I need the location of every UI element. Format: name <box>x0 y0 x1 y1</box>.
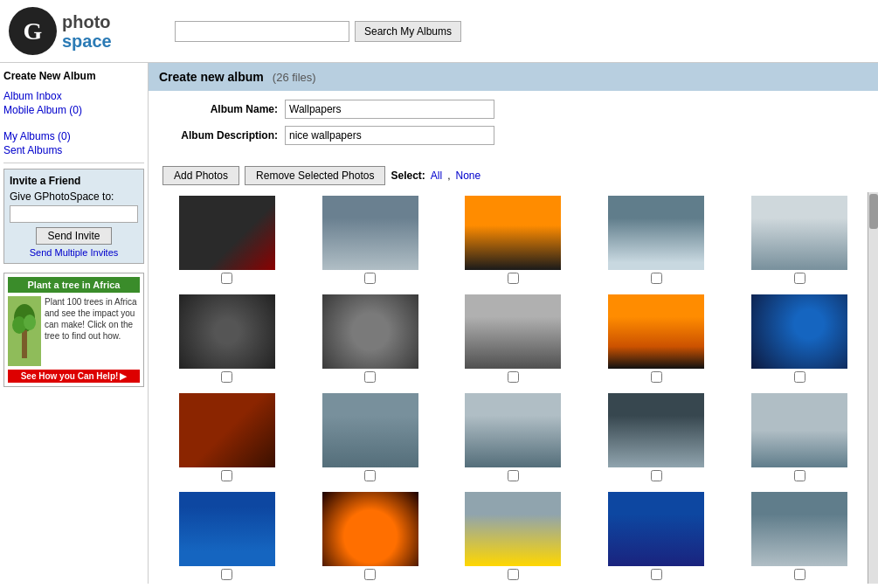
logo-space: space <box>62 31 112 51</box>
send-invite-button[interactable]: Send Invite <box>36 227 111 245</box>
form-row-name: Album Name: <box>162 100 864 119</box>
photo-checkbox-10[interactable] <box>794 371 805 383</box>
photo-cell-16 <box>157 488 297 584</box>
photo-grid <box>149 192 878 584</box>
photo-thumb-17[interactable] <box>322 492 418 566</box>
photo-checkbox-1[interactable] <box>221 273 232 284</box>
scrollbar-thumb[interactable] <box>869 194 878 229</box>
photo-checkbox-2[interactable] <box>364 273 376 284</box>
ad-tree-image[interactable] <box>8 296 41 366</box>
photo-thumb-15[interactable] <box>751 393 847 467</box>
photo-thumb-5[interactable] <box>751 196 847 270</box>
select-none-link[interactable]: None <box>456 169 481 182</box>
photo-checkbox-3[interactable] <box>508 273 519 284</box>
album-name-input[interactable] <box>285 100 494 119</box>
main-content: Create new album (26 files) Album Name: … <box>149 63 878 584</box>
photo-cell-8 <box>444 291 584 386</box>
photo-thumb-18[interactable] <box>465 492 561 566</box>
sidebar-link-mobile-album[interactable]: Mobile Album (0) <box>3 103 144 117</box>
photo-cell-7 <box>301 291 440 386</box>
select-label: Select: <box>391 169 425 182</box>
ad-box[interactable]: Plant a tree in Africa Plant 100 trees i… <box>3 273 144 387</box>
photo-checkbox-6[interactable] <box>221 371 232 383</box>
search-input[interactable] <box>175 21 349 42</box>
photo-checkbox-15[interactable] <box>794 470 805 481</box>
invite-label: Give GPhotoSpace to: <box>10 190 138 203</box>
logo: G photo space <box>9 7 157 55</box>
tree-icon <box>10 301 38 362</box>
photo-cell-5 <box>729 192 869 287</box>
ad-content: Plant 100 trees in Africa and see the im… <box>8 296 140 366</box>
photo-checkbox-9[interactable] <box>651 371 662 383</box>
photo-cell-15 <box>729 390 869 485</box>
photo-checkbox-16[interactable] <box>221 569 232 580</box>
svg-rect-1 <box>22 330 27 358</box>
select-all-link[interactable]: All <box>431 169 442 182</box>
photo-thumb-8[interactable] <box>465 294 561 369</box>
photo-thumb-10[interactable] <box>751 294 847 369</box>
sidebar-link-my-albums[interactable]: My Albums (0) <box>3 129 144 143</box>
photo-cell-3 <box>444 192 584 287</box>
add-photos-button[interactable]: Add Photos <box>162 166 239 185</box>
album-form: Album Name: Album Description: <box>149 91 878 161</box>
photo-checkbox-8[interactable] <box>508 371 519 383</box>
photo-checkbox-5[interactable] <box>794 273 805 284</box>
photo-thumb-3[interactable] <box>465 196 561 270</box>
sidebar-divider <box>3 163 144 163</box>
album-header: Create new album (26 files) <box>149 63 878 91</box>
sidebar-link-sent-albums[interactable]: Sent Albums <box>3 143 144 157</box>
ad-footer[interactable]: See How you Can Help! ▶ <box>8 370 140 383</box>
photo-checkbox-20[interactable] <box>794 569 805 580</box>
photo-cell-14 <box>586 390 726 485</box>
album-desc-label: Album Description: <box>162 129 285 142</box>
photo-grid-wrapper <box>149 192 878 584</box>
search-button[interactable]: Search My Albums <box>355 21 461 42</box>
photo-thumb-19[interactable] <box>608 492 704 566</box>
album-name-label: Album Name: <box>162 103 285 115</box>
photo-checkbox-7[interactable] <box>364 371 376 383</box>
photo-thumb-14[interactable] <box>608 393 704 467</box>
photo-checkbox-18[interactable] <box>508 569 519 580</box>
select-separator: , <box>447 169 450 182</box>
sidebar-link-album-inbox[interactable]: Album Inbox <box>3 89 144 103</box>
photo-thumb-7[interactable] <box>322 294 418 369</box>
sidebar: Create New Album Album Inbox Mobile Albu… <box>0 63 149 584</box>
invite-title: Invite a Friend <box>10 175 138 187</box>
photo-cell-9 <box>586 291 726 386</box>
send-multiple-invites-link[interactable]: Send Multiple Invites <box>10 247 138 258</box>
photo-thumb-6[interactable] <box>179 294 275 369</box>
photo-thumb-20[interactable] <box>751 492 847 566</box>
ad-footer-text: See How you Can Help! <box>21 371 119 381</box>
photo-thumb-11[interactable] <box>179 393 275 467</box>
ad-text: Plant 100 trees in Africa and see the im… <box>45 296 140 366</box>
ad-title: Plant a tree in Africa <box>8 277 140 293</box>
photo-cell-4 <box>586 192 726 287</box>
photo-checkbox-13[interactable] <box>508 470 519 481</box>
photo-checkbox-19[interactable] <box>651 569 662 580</box>
photo-thumb-12[interactable] <box>322 393 418 467</box>
photo-checkbox-14[interactable] <box>651 470 662 481</box>
logo-text: photo space <box>62 12 112 51</box>
photo-thumb-4[interactable] <box>608 196 704 270</box>
photo-thumb-1[interactable] <box>179 196 275 270</box>
layout: Create New Album Album Inbox Mobile Albu… <box>0 63 878 584</box>
photo-thumb-16[interactable] <box>179 492 275 566</box>
photo-thumb-9[interactable] <box>608 294 704 369</box>
logo-letter: G <box>24 17 43 45</box>
photo-checkbox-17[interactable] <box>364 569 376 580</box>
photo-cell-6 <box>157 291 297 386</box>
photo-checkbox-11[interactable] <box>221 470 232 481</box>
photo-cell-1 <box>157 192 297 287</box>
search-area: Search My Albums <box>175 21 461 42</box>
photo-cell-18 <box>444 488 584 584</box>
invite-input[interactable] <box>10 205 138 223</box>
remove-selected-button[interactable]: Remove Selected Photos <box>245 166 385 185</box>
album-desc-input[interactable] <box>285 126 494 145</box>
photo-checkbox-4[interactable] <box>651 273 662 284</box>
photo-thumb-2[interactable] <box>322 196 418 270</box>
photo-cell-19 <box>586 488 726 584</box>
create-new-album-link[interactable]: Create New Album <box>3 68 144 84</box>
photo-thumb-13[interactable] <box>465 393 561 467</box>
photo-checkbox-12[interactable] <box>364 470 376 481</box>
scrollbar[interactable] <box>868 192 878 584</box>
